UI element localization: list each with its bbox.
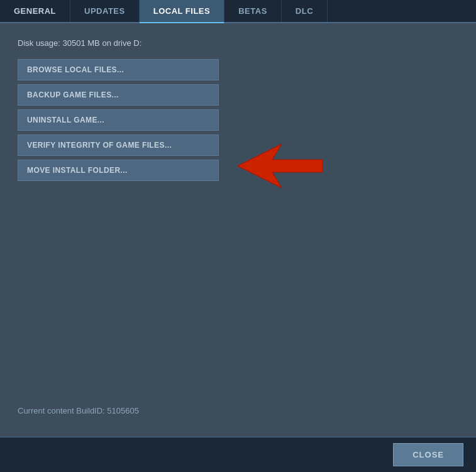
action-buttons-section: BROWSE LOCAL FILES... BACKUP GAME FILES.… (18, 59, 219, 181)
tab-betas[interactable]: BETAS (224, 0, 282, 22)
tab-local-files[interactable]: LOCAL FILES (140, 0, 224, 23)
close-button[interactable]: CLOSE (393, 443, 463, 466)
tab-dlc[interactable]: DLC (282, 0, 328, 22)
move-install-folder-button[interactable]: MOVE INSTALL FOLDER... (18, 160, 219, 181)
backup-game-files-button[interactable]: BACKUP GAME FILES... (18, 84, 219, 106)
build-id-label: Current content BuildID: 5105605 (18, 406, 458, 422)
content-area: Disk usage: 30501 MB on drive D: BROWSE … (0, 23, 476, 437)
tab-general[interactable]: GENERAL (0, 0, 70, 22)
uninstall-game-button[interactable]: UNINSTALL GAME... (18, 109, 219, 131)
tab-bar: GENERAL UPDATES LOCAL FILES BETAS DLC (0, 0, 476, 23)
steam-properties-window: GENERAL UPDATES LOCAL FILES BETAS DLC Di… (0, 0, 476, 472)
disk-usage-label: Disk usage: 30501 MB on drive D: (18, 38, 458, 48)
verify-integrity-button[interactable]: VERIFY INTEGRITY OF GAME FILES... (18, 134, 219, 156)
tab-updates[interactable]: UPDATES (70, 0, 140, 22)
footer: CLOSE (0, 437, 476, 472)
browse-local-files-button[interactable]: BROWSE LOCAL FILES... (18, 59, 219, 80)
